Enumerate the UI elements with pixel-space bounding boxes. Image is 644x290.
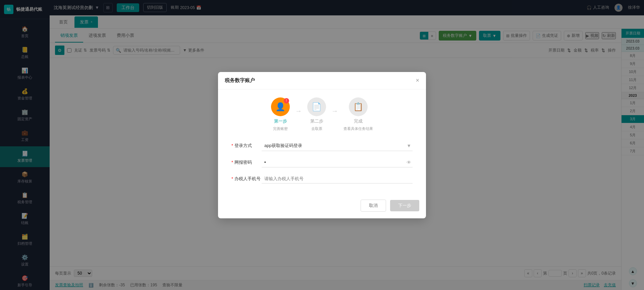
- error-badge: !: [284, 98, 289, 103]
- chevron-down-icon: ▼: [405, 141, 413, 150]
- tax-account-modal: 税务数字账户 × 👤 ! 第一步 完善账密 → 📄: [218, 72, 426, 218]
- phone-input[interactable]: [262, 174, 413, 184]
- eye-icon[interactable]: 👁: [405, 158, 413, 167]
- modal-footer: 取消 下一步: [218, 196, 426, 218]
- modal-title: 税务数字账户: [225, 77, 255, 84]
- modal-overlay: 税务数字账户 × 👤 ! 第一步 完善账密 → 📄: [0, 0, 644, 290]
- step-3-circle: 📋: [349, 97, 368, 116]
- step-1-title: 第一步: [274, 118, 287, 124]
- login-method-label: 登录方式: [231, 143, 262, 149]
- step-2-title: 第二步: [310, 118, 323, 124]
- phone-label: 办税人手机号: [231, 176, 262, 182]
- steps: 👤 ! 第一步 完善账密 → 📄 第二步 去取票 →: [231, 97, 413, 131]
- next-button[interactable]: 下一步: [390, 200, 419, 211]
- step-1: 👤 ! 第一步 完善账密: [271, 97, 290, 131]
- password-wrapper: 👁: [262, 158, 413, 167]
- step-2-icon: 📄: [312, 102, 322, 112]
- phone-row: 办税人手机号: [231, 174, 413, 184]
- password-label: 网报密码: [231, 159, 262, 165]
- password-row: 网报密码 👁: [231, 158, 413, 167]
- password-input[interactable]: [262, 158, 405, 167]
- step-3: 📋 完成 查看具体任务结果: [343, 97, 373, 131]
- step-1-circle: 👤 !: [271, 97, 290, 116]
- login-method-row: 登录方式 app获取验证码登录 ▼: [231, 141, 413, 151]
- login-method-select[interactable]: app获取验证码登录 ▼: [262, 141, 413, 151]
- step-3-desc: 查看具体任务结果: [343, 126, 373, 131]
- step-2: 📄 第二步 去取票: [307, 97, 326, 131]
- login-method-value: app获取验证码登录: [262, 141, 405, 151]
- step-arrow-1: →: [295, 107, 302, 122]
- step-arrow-2: →: [331, 107, 338, 122]
- step-1-desc: 完善账密: [273, 126, 288, 131]
- step-1-icon: 👤: [275, 102, 285, 112]
- modal-body: 👤 ! 第一步 完善账密 → 📄 第二步 去取票 →: [218, 89, 426, 196]
- step-2-desc: 去取票: [311, 126, 322, 131]
- step-2-circle: 📄: [307, 97, 326, 116]
- step-3-title: 完成: [354, 118, 363, 124]
- modal-close-button[interactable]: ×: [416, 77, 419, 83]
- cancel-button[interactable]: 取消: [361, 200, 386, 212]
- modal-header: 税务数字账户 ×: [218, 72, 426, 89]
- step-3-icon: 📋: [353, 102, 363, 112]
